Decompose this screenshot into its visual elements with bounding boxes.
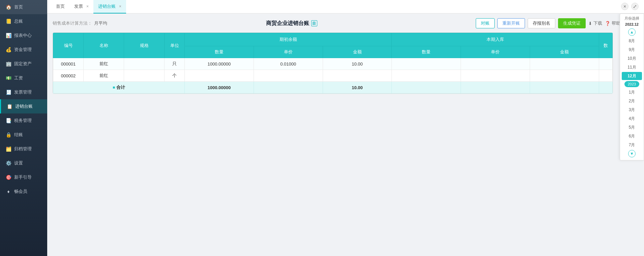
tab-invoice[interactable]: 发票 ×	[69, 0, 93, 14]
month-5[interactable]: 5月	[622, 123, 642, 131]
sidebar-item-home[interactable]: 🏠 首页	[0, 0, 47, 14]
month-next-button[interactable]: ▼	[628, 150, 636, 157]
close-invoice-tab[interactable]: ×	[86, 4, 89, 9]
invoice-mgmt-icon: 🧾	[5, 89, 11, 95]
col-in-amount: 金额	[530, 46, 599, 58]
tab-home[interactable]: 首页	[51, 0, 69, 14]
sidebar-item-settings[interactable]: ⚙️ 设置	[0, 156, 47, 170]
settings-icon: ⚙️	[5, 160, 11, 166]
cell-opening-amount	[323, 70, 392, 82]
close-purchase-sales-tab[interactable]: ×	[119, 4, 121, 9]
sidebar-item-ledger[interactable]: 📒 总账	[0, 14, 47, 28]
sidebar: 🏠 首页 📒 总账 📊 报表中心 💰 资金管理 🏢 固定资产 💵 工资 🧾 发票…	[0, 0, 47, 256]
month-panel: 月份选择 2022.12 ▲ 8月 9月 10月 11月 12月 2023 1月…	[620, 14, 644, 160]
col-in-price: 单价	[461, 46, 530, 58]
table-row: 000002 前红 个	[53, 70, 613, 82]
sidebar-item-member[interactable]: ♦ 畅会员	[0, 184, 47, 199]
month-11[interactable]: 11月	[622, 63, 642, 71]
tab-purchase-sales[interactable]: 进销台账 ×	[93, 0, 126, 14]
cell-in-price	[461, 70, 530, 82]
sidebar-item-reports[interactable]: 📊 报表中心	[0, 28, 47, 43]
info-icon[interactable]: 目	[311, 20, 317, 26]
month-9[interactable]: 9月	[622, 46, 642, 54]
tax-icon: 📑	[5, 118, 11, 123]
month-7[interactable]: 7月	[622, 141, 642, 149]
toolbar: 对账 重新开账 存报别名 生成凭证 ⬇ 下载 ❓ 帮助 🔄 刷新	[476, 18, 639, 28]
total-in-price	[461, 82, 530, 94]
month-8[interactable]: 8月	[622, 37, 642, 45]
reconcile-button[interactable]: 对账	[476, 18, 495, 28]
month-3[interactable]: 3月	[622, 106, 642, 114]
total-opening-price	[254, 82, 323, 94]
cell-opening-qty	[185, 70, 254, 82]
assets-icon: 🏢	[5, 61, 11, 67]
col-opening-amount: 金额	[323, 46, 392, 58]
month-1[interactable]: 1月	[622, 88, 642, 96]
cell-in-price	[461, 58, 530, 70]
header-row: 销售成本计算方法： 月平均 商贸企业进销台账 目 对账 重新开账 存报别名 生成…	[53, 18, 639, 28]
cell-opening-qty: 1000.00000	[185, 58, 254, 70]
cell-name: 前红	[84, 70, 124, 82]
guide-icon: 🎯	[5, 175, 11, 180]
cell-in-qty	[392, 58, 461, 70]
col-opening-qty: 数量	[185, 46, 254, 58]
month-10[interactable]: 10月	[622, 54, 642, 62]
close-account-icon: 🔒	[5, 132, 11, 137]
sidebar-item-wages[interactable]: 💵 工资	[0, 71, 47, 85]
download-button[interactable]: ⬇ 下载	[588, 20, 602, 26]
col-in-qty: 数量	[392, 46, 461, 58]
month-2[interactable]: 2月	[622, 97, 642, 105]
cell-opening-price	[254, 70, 323, 82]
cell-unit: 个	[165, 70, 185, 82]
table-row: 000001 前红 只 1000.00000 0.01000 10.00	[53, 58, 613, 70]
total-row: ■ 合计 1000.00000 10.00	[53, 82, 613, 94]
month-6[interactable]: 6月	[622, 132, 642, 140]
total-opening-qty: 1000.00000	[185, 82, 254, 94]
save-as-button[interactable]: 存报别名	[528, 18, 555, 28]
sidebar-item-guide[interactable]: 🎯 新手引导	[0, 170, 47, 184]
window-close-button[interactable]: ×	[621, 3, 628, 10]
cell-spec	[124, 70, 165, 82]
ledger-icon: 📒	[5, 19, 11, 24]
help-icon: ❓	[605, 21, 610, 26]
cell-in-amount	[530, 58, 599, 70]
cell-opening-price: 0.01000	[254, 58, 323, 70]
total-in-qty	[392, 82, 461, 94]
data-table: 编号 名称 规格 单位 期初余额 本期入库 数 数量 单价 金额 数量 单价	[53, 32, 613, 94]
sidebar-item-tax[interactable]: 📑 税务管理	[0, 113, 47, 128]
col-code: 编号	[53, 33, 84, 58]
col-opening-price: 单价	[254, 46, 323, 58]
total-more	[599, 82, 613, 94]
window-maximize-button[interactable]: ⤢	[631, 3, 639, 10]
month-4[interactable]: 4月	[622, 114, 642, 123]
sidebar-item-invoice-mgmt[interactable]: 🧾 发票管理	[0, 85, 47, 99]
cell-spec	[124, 58, 165, 70]
download-icon: ⬇	[588, 21, 592, 26]
col-opening-balance: 期初余额	[185, 33, 392, 46]
col-spec: 规格	[124, 33, 165, 58]
cell-more	[599, 70, 613, 82]
content-area: 销售成本计算方法： 月平均 商贸企业进销台账 目 对账 重新开账 存报别名 生成…	[47, 14, 644, 256]
month-12[interactable]: 12月	[622, 72, 642, 80]
col-unit: 单位	[165, 33, 185, 58]
cell-unit: 只	[165, 58, 185, 70]
page-title: 商贸企业进销台账 目	[266, 20, 317, 27]
sidebar-item-funds[interactable]: 💰 资金管理	[0, 43, 47, 57]
total-in-amount	[530, 82, 599, 94]
generate-voucher-button[interactable]: 生成凭证	[558, 18, 586, 28]
col-period-in: 本期入库	[392, 33, 599, 46]
sidebar-item-assets[interactable]: 🏢 固定资产	[0, 57, 47, 71]
window-controls: × ⤢	[621, 3, 639, 10]
sidebar-item-archive[interactable]: 🗂️ 归档管理	[0, 142, 47, 156]
purchase-sales-icon: 📋	[6, 104, 12, 109]
col-more: 数	[599, 33, 613, 58]
sidebar-item-close[interactable]: 🔒 结账	[0, 128, 47, 142]
help-button[interactable]: ❓ 帮助	[605, 20, 620, 26]
sidebar-item-purchase-sales[interactable]: 📋 进销台账	[0, 99, 47, 113]
reopen-button[interactable]: 重新开账	[497, 18, 525, 28]
month-prev-button[interactable]: ▲	[628, 28, 636, 36]
home-icon: 🏠	[5, 4, 11, 10]
funds-icon: 💰	[5, 47, 11, 52]
year-2023-badge: 2023	[624, 81, 639, 87]
cell-code: 000001	[53, 58, 84, 70]
